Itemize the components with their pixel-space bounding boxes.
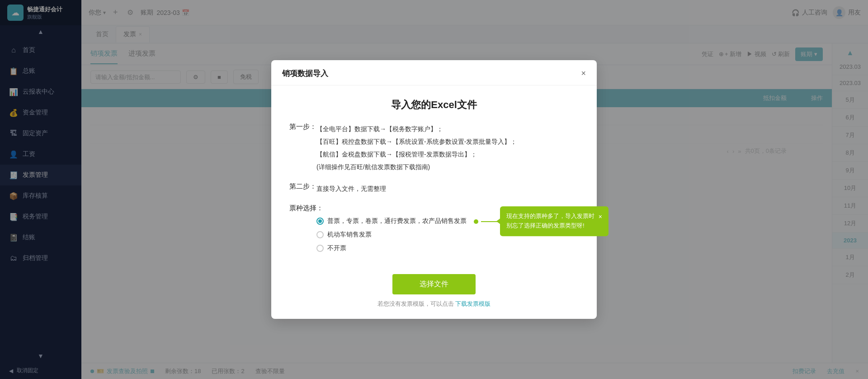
step1-label: 第一步：	[289, 123, 316, 131]
step1: 第一步： 【全电平台】数据下载→【税务数字账户】； 【百旺】税控盘数据下载→【系…	[289, 123, 579, 173]
tooltip-bubble: × 现在支持的票种多了，导入发票时别忘了选择正确的发票类型呀!	[500, 206, 609, 236]
step2: 第二步： 直接导入文件，无需整理	[289, 182, 579, 195]
radio-dot-1	[318, 219, 322, 223]
radio-group: 普票，专票，卷票，通行费发票，农产品销售发票 × 现在支持的票种多了，导入发票时…	[289, 217, 579, 252]
modal-body: 导入您的Excel文件 第一步： 【全电平台】数据下载→【税务数字账户】； 【百…	[271, 85, 597, 267]
modal-close-button[interactable]: ×	[581, 69, 586, 78]
tooltip-close-btn[interactable]: ×	[599, 212, 602, 222]
modal-main-title: 导入您的Excel文件	[289, 98, 579, 112]
modal-footer: 选择文件 若您没有发票模版，可以点击 下载发票模版	[271, 267, 597, 319]
tooltip-arrow	[496, 218, 500, 224]
ticket-section: 票种选择： 普票，专票，卷票，通行费发票，农产品销售发票	[289, 204, 579, 252]
download-hint: 若您没有发票模版，可以点击 下载发票模版	[377, 300, 491, 308]
step2-content: 直接导入文件，无需整理	[316, 182, 386, 195]
select-file-button[interactable]: 选择文件	[392, 274, 476, 294]
download-template-link[interactable]: 下载发票模版	[455, 300, 491, 307]
radio-option-3[interactable]: 不开票	[316, 244, 579, 252]
modal-dialog: 销项数据导入 × 导入您的Excel文件 第一步： 【全电平台】数据下载→【税务…	[271, 60, 597, 319]
step1-guide-link[interactable]: (详细操作见百旺/航信发票数据下载指南)	[316, 163, 430, 171]
step2-label: 第二步：	[289, 182, 316, 191]
modal-header: 销项数据导入 ×	[271, 60, 597, 85]
radio-circle-2	[316, 231, 324, 238]
ticket-label: 票种选择：	[289, 204, 323, 213]
radio-circle-3	[316, 245, 324, 252]
tooltip-dot	[474, 219, 478, 224]
radio-option-1[interactable]: 普票，专票，卷票，通行费发票，农产品销售发票 × 现在支持的票种多了，导入发票时…	[316, 217, 579, 225]
modal-overlay: 销项数据导入 × 导入您的Excel文件 第一步： 【全电平台】数据下载→【税务…	[0, 0, 868, 379]
radio-circle-1	[316, 218, 324, 225]
step1-content: 【全电平台】数据下载→【税务数字账户】； 【百旺】税控盘数据下载→【系统设置-系…	[316, 123, 517, 173]
modal-title: 销项数据导入	[282, 68, 328, 79]
